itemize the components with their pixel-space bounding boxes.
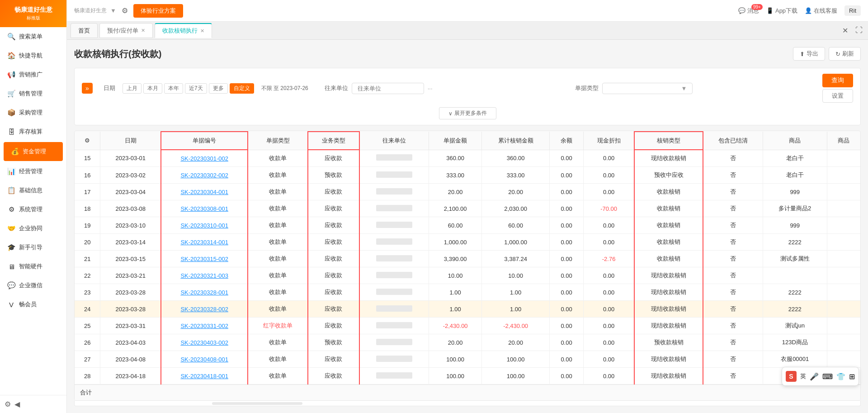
doc-num-link[interactable]: SK-20230304-001 [180, 189, 228, 195]
scrollbar-thumb[interactable] [212, 402, 302, 405]
this-year-button[interactable]: 本年 [164, 83, 183, 94]
table-row[interactable]: 22 2023-03-21 SK-20230321-003 收款单 应收款 10… [75, 267, 860, 284]
filter-unit: 往来单位 ··· [325, 83, 559, 94]
doc-num-link[interactable]: SK-20230301-002 [180, 155, 228, 162]
sidebar-item-inventory[interactable]: 🗄 库存核算 [0, 122, 66, 141]
doc-num-link[interactable]: SK-20230321-003 [180, 272, 228, 279]
refresh-button[interactable]: ↻ 刷新 [829, 47, 861, 61]
sidebar-item-hardware[interactable]: 🖥 智能硬件 [0, 257, 66, 276]
sidebar-icon-search: 🔍 [7, 33, 15, 41]
query-button[interactable]: 查询 [822, 74, 853, 87]
unit-input[interactable] [352, 83, 424, 94]
floating-grid-icon[interactable]: ⊞ [849, 372, 855, 381]
sidebar-item-purchase[interactable]: 📦 采购管理 [0, 103, 66, 122]
tab-close-icon[interactable]: ✕ [840, 24, 850, 37]
tab-expand-icon[interactable]: ⛶ [854, 24, 864, 37]
doc-num-link[interactable]: SK-20230331-002 [180, 323, 228, 329]
doc-type-select[interactable]: ▼ [602, 83, 693, 94]
table-row[interactable]: 17 2023-03-04 SK-20230304-001 收款单 应收款 20… [75, 184, 860, 200]
sidebar-item-finance[interactable]: 💰 资金管理 [4, 142, 63, 161]
tab-close-prepay[interactable]: ✕ [141, 28, 145, 33]
sidebar-item-search[interactable]: 🔍 搜索菜单 [0, 27, 66, 46]
col-settings-header[interactable]: ⚙ [75, 132, 100, 150]
table-row[interactable]: 16 2023-03-02 SK-20230302-002 收款单 预收款 33… [75, 167, 860, 184]
row-docnum: SK-20230328-002 [161, 301, 248, 318]
doc-num-link[interactable]: SK-20230314-001 [180, 239, 228, 246]
topbar-chevron-down-icon[interactable]: ▼ [110, 7, 116, 14]
row-doctype: 红字收款单 [248, 318, 308, 334]
row-includesettled: 否 [703, 234, 763, 251]
sidebar-item-operation[interactable]: 📊 经营管理 [0, 162, 66, 181]
sidebar-item-marketing[interactable]: 📢 营销推广 [0, 65, 66, 84]
floating-keyboard-icon[interactable]: ⌨ [822, 372, 833, 381]
doc-num-link[interactable]: SK-20230403-002 [180, 339, 228, 346]
tab-home[interactable]: 首页 [71, 23, 98, 38]
doc-num-link[interactable]: SK-20230328-001 [180, 289, 228, 296]
doc-num-link[interactable]: SK-20230328-002 [180, 306, 228, 313]
horizontal-scrollbar[interactable] [74, 401, 861, 406]
floating-mic-icon[interactable]: 🎤 [810, 372, 819, 381]
more-date-button[interactable]: 更多 [209, 83, 228, 94]
sidebar-item-wechat[interactable]: 💬 企业微信 [0, 276, 66, 295]
filter-settings-button[interactable]: 设置 [822, 89, 853, 103]
table-row[interactable]: 21 2023-03-15 SK-20230315-002 收款单 应收款 3,… [75, 251, 860, 267]
collapse-icon[interactable]: ◀ [14, 400, 20, 408]
row-balance: 0.00 [550, 334, 583, 351]
tab-close-cashcancel[interactable]: ✕ [200, 28, 204, 34]
row-balance: 0.00 [550, 267, 583, 284]
floating-shirt-icon[interactable]: 👕 [836, 372, 845, 381]
floating-english-icon[interactable]: 英 [800, 372, 806, 380]
last-month-button[interactable]: 上月 [123, 83, 142, 94]
table-row[interactable]: 19 2023-03-10 SK-20230310-001 收款单 应收款 60… [75, 217, 860, 234]
message-button[interactable]: 💬 消息 99+ [738, 7, 759, 15]
sidebar-item-system[interactable]: ⚙ 系统管理 [0, 200, 66, 219]
table-row[interactable]: 27 2023-04-08 SK-20230408-001 收款单 应收款 10… [75, 351, 860, 368]
this-month-button[interactable]: 本月 [143, 83, 162, 94]
sidebar-logo: 畅康道好生意 标推版 [0, 0, 66, 27]
filter-expand-button[interactable]: » [82, 83, 93, 94]
sidebar-item-quicknav[interactable]: 🏠 快捷导航 [0, 46, 66, 65]
table-row[interactable]: 23 2023-03-28 SK-20230328-001 收款单 应收款 1.… [75, 284, 860, 301]
table-row[interactable]: 26 2023-04-03 SK-20230403-002 收款单 预收款 20… [75, 334, 860, 351]
app-download-button[interactable]: 📱 App下载 [766, 7, 797, 15]
tab-prepay[interactable]: 预付/应付单✕ [99, 23, 153, 38]
row-num: 28 [75, 368, 100, 385]
doc-num-link[interactable]: SK-20230302-002 [180, 172, 228, 179]
sidebar-item-member[interactable]: V 畅会员 [0, 295, 66, 314]
doc-num-link[interactable]: SK-20230315-002 [180, 256, 228, 262]
row-product: 2222 [763, 301, 827, 318]
row-product2 [827, 167, 860, 184]
custom-date-button[interactable]: 自定义 [230, 83, 254, 94]
export-button[interactable]: ⬆ 导出 [793, 47, 825, 61]
settings-bottom-icon[interactable]: ⚙ [5, 400, 11, 408]
last-7days-button[interactable]: 近7天 [185, 83, 207, 94]
table-row[interactable]: 15 2023-03-01 SK-20230301-002 收款单 应收款 36… [75, 150, 860, 167]
solution-button[interactable]: 体验行业方案 [133, 4, 183, 18]
user-name: Rit [849, 7, 856, 14]
table-row[interactable]: 25 2023-03-31 SK-20230331-002 红字收款单 应收款 … [75, 318, 860, 334]
doc-num-link[interactable]: SK-20230310-001 [180, 222, 228, 229]
row-unit [359, 334, 429, 351]
table-row[interactable]: 18 2023-03-08 SK-20230308-001 收款单 应收款 2,… [75, 200, 860, 217]
sidebar-item-corp[interactable]: 🤝 企业协同 [0, 219, 66, 238]
table-row[interactable]: 24 2023-03-28 SK-20230328-002 收款单 应收款 1.… [75, 301, 860, 318]
sidebar-item-basics[interactable]: 📋 基础信息 [0, 181, 66, 200]
doc-num-link[interactable]: SK-20230418-001 [180, 373, 228, 380]
row-balance: 0.00 [550, 234, 583, 251]
sidebar-label-member: 畅会员 [19, 300, 37, 309]
unit-dots[interactable]: ··· [428, 85, 433, 92]
topbar-gear-icon[interactable]: ⚙ [120, 5, 130, 17]
doc-num-link[interactable]: SK-20230408-001 [180, 356, 228, 363]
online-service-button[interactable]: 👤 在线客服 [805, 7, 837, 15]
expand-more-button[interactable]: ∨ 展开更多条件 [439, 107, 496, 119]
row-includesettled: 否 [703, 334, 763, 351]
doc-num-link[interactable]: SK-20230308-001 [180, 205, 228, 212]
sidebar: 畅康道好生意 标推版 🔍 搜索菜单 🏠 快捷导航 📢 营销推广 🛒 销售管理 📦… [0, 0, 67, 413]
sidebar-item-guide[interactable]: 🎓 新手引导 [0, 238, 66, 257]
tab-cashcancel[interactable]: 收款核销执行✕ [155, 23, 212, 38]
table-row[interactable]: 28 2023-04-18 SK-20230418-001 收款单 应收款 10… [75, 368, 860, 385]
table-row[interactable]: 20 2023-03-14 SK-20230314-001 收款单 应收款 1,… [75, 234, 860, 251]
sidebar-item-sales[interactable]: 🛒 销售管理 [0, 84, 66, 103]
user-avatar[interactable]: Rit [844, 5, 861, 16]
row-date: 2023-03-14 [100, 234, 161, 251]
